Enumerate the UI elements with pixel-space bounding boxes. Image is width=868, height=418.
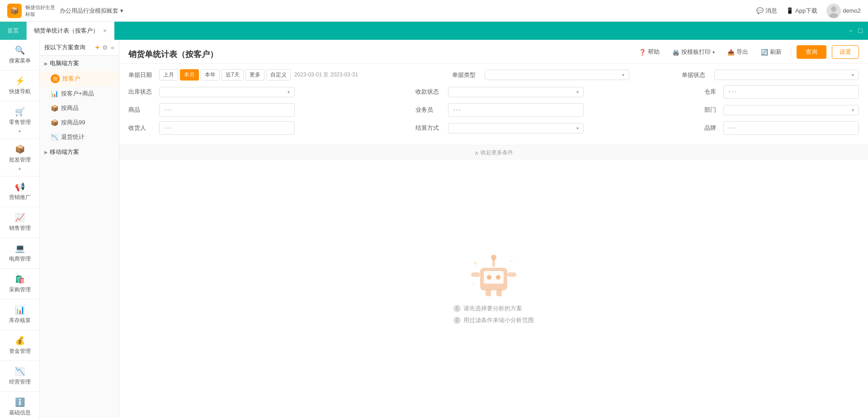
sidebar-item-inventory[interactable]: 📊 库存核算	[0, 299, 39, 330]
date-btn-7days[interactable]: 近7天	[222, 69, 244, 81]
date-btn-custom[interactable]: 自定义	[266, 69, 291, 81]
sidebar-item-sales[interactable]: 📈 销售管理	[0, 207, 39, 238]
left-sidebar: 🔍 搜索菜单 ⚡ 快捷导航 🛒 零售管理 ▴ 📦 批发管理 ▴ 📢 营销推广 📈…	[0, 40, 40, 418]
salesman-select[interactable]: ···	[448, 103, 584, 117]
export-icon: 📤	[727, 49, 735, 56]
collect-status-select[interactable]: ▾	[448, 87, 584, 97]
scheme-item-by-customer-goods[interactable]: 📊 按客户+商品	[40, 86, 119, 101]
sidebar-item-wholesale[interactable]: 📦 批发管理 ▴	[0, 139, 39, 176]
scheme-item-by-goods99[interactable]: 📦 按商品99	[40, 115, 119, 130]
svg-rect-4	[484, 271, 504, 284]
bill-status-label: 单据状态	[682, 71, 709, 79]
out-status-arrow: ▾	[288, 90, 290, 95]
tab-close-button[interactable]: ×	[103, 27, 107, 34]
user-area[interactable]: demo2	[826, 4, 861, 18]
collapse-text: 收起更多条件	[481, 149, 513, 157]
salesman-ellipsis: ···	[453, 106, 462, 114]
date-btn-last-month[interactable]: 上月	[159, 69, 178, 81]
collapse-bar[interactable]: ∧ 收起更多条件	[119, 145, 868, 160]
svg-point-13	[474, 262, 477, 265]
print-icon: 🖨️	[672, 49, 679, 56]
collapse-arrow-icon: ∧	[475, 150, 479, 156]
industry-dropdown-icon: ▾	[120, 7, 123, 14]
header-left: 📦 畅捷信好生意 标版 办公用品行业模拟账套 ▾	[7, 4, 123, 18]
date-btn-more[interactable]: 更多	[245, 69, 264, 81]
svg-point-1	[831, 6, 836, 12]
sidebar-item-marketing[interactable]: 📢 营销推广	[0, 176, 39, 207]
scheme-group-mobile-title[interactable]: ▶ 移动端方案	[40, 144, 119, 160]
content-area: 销货单统计表（按客户） ❓ 帮助 🖨️ 按模板打印 ▾ 📤 导出 🔄 刷新	[119, 40, 868, 418]
dept-arrow: ▾	[852, 108, 854, 113]
inventory-icon: 📊	[15, 305, 25, 315]
sidebar-item-retail[interactable]: 🛒 零售管理 ▴	[0, 101, 39, 139]
maximize-button[interactable]: □	[858, 27, 863, 35]
marketing-icon: 📢	[15, 182, 25, 192]
scheme-item-by-goods[interactable]: 📦 按商品	[40, 101, 119, 115]
app-download-button[interactable]: 📱 App下载	[786, 7, 817, 15]
wholesale-arrow: ▴	[19, 166, 21, 171]
scheme-item-return-stats[interactable]: 📉 退货统计	[40, 130, 119, 144]
sidebar-item-operations[interactable]: 📉 经营管理	[0, 361, 39, 392]
empty-tips: 1 请先选择要分析的方案 2 用过滤条件来缩小分析范围	[453, 303, 534, 326]
svg-rect-8	[507, 272, 516, 277]
scheme-icon-4: 📉	[51, 133, 58, 141]
recipient-select[interactable]: ···	[159, 121, 295, 135]
scheme-sidebar: 按以下方案查询 + ⚙ « ▶ 电脑端方案 按 按客户 📊 按客户+商品 📦	[40, 40, 119, 418]
header-right: 💬 消息 📱 App下载 demo2	[756, 4, 861, 18]
refresh-button[interactable]: 🔄 刷新	[757, 46, 785, 58]
minimize-button[interactable]: －	[847, 26, 854, 36]
date-btn-this-year[interactable]: 本年	[201, 69, 220, 81]
sidebar-item-ecom[interactable]: 💻 电商管理	[0, 238, 39, 269]
warehouse-select[interactable]: ···	[723, 85, 859, 99]
settle-select[interactable]: ▾	[448, 123, 584, 133]
brand-ellipsis: ···	[728, 124, 737, 132]
svg-point-15	[472, 283, 474, 285]
scheme-group-mobile: ▶ 移动端方案	[40, 144, 119, 160]
sidebar-item-purchase[interactable]: 🛍️ 采购管理	[0, 269, 39, 299]
dept-select[interactable]: ▾	[723, 105, 859, 115]
sidebar-item-basic[interactable]: ℹ️ 基础信息	[0, 392, 39, 418]
salesman-label: 业务员	[415, 106, 443, 114]
filter-row-4: 收货人 ··· 结算方式 ▾ 品牌 ···	[128, 121, 859, 135]
query-button[interactable]: 查询	[797, 45, 826, 59]
logo-area: 📦 畅捷信好生意 标版	[7, 4, 55, 18]
empty-illustration	[467, 252, 521, 297]
help-button[interactable]: ❓ 帮助	[635, 46, 663, 58]
avatar	[826, 4, 841, 18]
scheme-collapse-button[interactable]: «	[111, 44, 114, 51]
recipient-ellipsis: ···	[164, 124, 173, 132]
goods-select[interactable]: ···	[159, 103, 295, 117]
settings-button[interactable]: 设置	[832, 45, 859, 59]
empty-state: 1 请先选择要分析的方案 2 用过滤条件来缩小分析范围	[119, 160, 868, 418]
sidebar-item-search[interactable]: 🔍 搜索菜单	[0, 40, 39, 71]
help-icon: ❓	[639, 49, 646, 56]
tab-current[interactable]: 销货单统计表（按客户） ×	[27, 22, 114, 40]
finance-icon: 💰	[15, 336, 25, 346]
sidebar-item-quicknav[interactable]: ⚡ 快捷导航	[0, 71, 39, 101]
svg-point-14	[511, 260, 513, 262]
scheme-icon-2: 📦	[51, 104, 58, 112]
svg-rect-7	[471, 272, 480, 277]
template-print-button[interactable]: 🖨️ 按模板打印 ▾	[669, 46, 718, 58]
content-header: 销货单统计表（按客户） ❓ 帮助 🖨️ 按模板打印 ▾ 📤 导出 🔄 刷新	[119, 40, 868, 64]
export-button[interactable]: 📤 导出	[724, 46, 752, 58]
warehouse-ellipsis: ···	[728, 88, 737, 96]
out-status-select[interactable]: ▾	[159, 87, 295, 97]
tab-home[interactable]: 首页	[0, 22, 27, 40]
sales-icon: 📈	[15, 213, 25, 223]
download-icon: 📱	[786, 7, 793, 14]
sidebar-item-finance[interactable]: 💰 资金管理	[0, 330, 39, 361]
scheme-settings-button[interactable]: ⚙	[102, 44, 108, 51]
bill-type-select[interactable]: ▾	[485, 70, 629, 80]
bill-status-select[interactable]: ▾	[714, 70, 859, 80]
tip-num-2: 2	[453, 317, 461, 324]
scheme-group-pc-title[interactable]: ▶ 电脑端方案	[40, 56, 119, 71]
svg-point-5	[487, 275, 491, 280]
message-button[interactable]: 💬 消息	[756, 7, 777, 15]
brand-select[interactable]: ···	[723, 121, 859, 135]
scheme-add-button[interactable]: +	[95, 43, 99, 52]
tab-spacer	[114, 22, 842, 40]
date-btn-this-month[interactable]: 本月	[180, 69, 199, 81]
industry-selector[interactable]: 办公用品行业模拟账套 ▾	[60, 7, 123, 15]
scheme-item-by-customer[interactable]: 按 按客户	[40, 71, 119, 86]
